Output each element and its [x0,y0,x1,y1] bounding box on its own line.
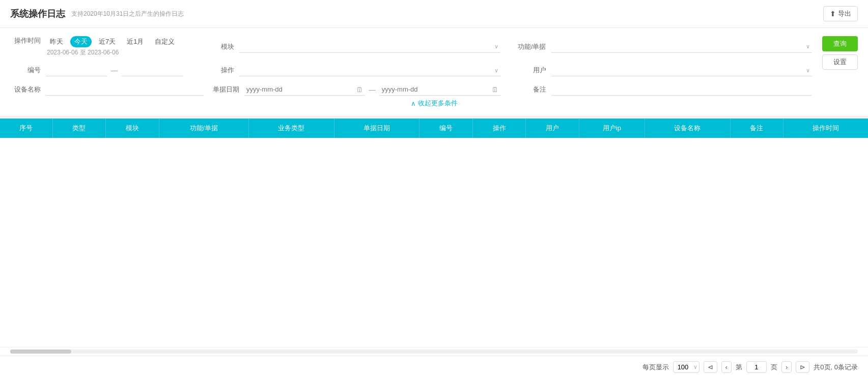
pagination-bar: 每页显示 100 50 200 500 ∨ ⊲ ‹ 第 页 › ⊳ 共0页, 0… [0,356,868,378]
prev-page-button[interactable]: ‹ [721,361,732,373]
date-from-input[interactable] [244,83,365,96]
col-optime: 操作时间 [783,119,868,138]
col-operation: 操作 [472,119,525,138]
calendar-to-icon[interactable]: 🗓 [492,86,498,94]
function-select[interactable] [551,41,813,53]
col-type: 类型 [52,119,105,138]
page-title: 系统操作日志 [10,8,65,20]
device-input[interactable] [46,83,204,96]
first-page-button[interactable]: ⊲ [704,361,717,373]
remark-label: 备注 [516,85,551,94]
col-device: 设备名称 [645,119,730,138]
export-icon: ⬆ [830,10,836,18]
page-header: 系统操作日志 支持2020年10月31日之后产生的操作日志 ⬆ 导出 [0,0,868,28]
time-btn-7days[interactable]: 近7天 [95,36,120,47]
operation-select-wrapper: ∨ [239,64,500,76]
page-number-input[interactable] [746,361,767,373]
export-label: 导出 [838,9,851,18]
module-select[interactable] [239,41,500,53]
page-size-label: 每页显示 [642,363,669,372]
module-label: 模块 [204,42,239,51]
function-label: 功能/单据 [516,42,551,51]
col-seq: 序号 [0,119,52,138]
col-billdate: 单据日期 [334,119,419,138]
action-buttons: 查询 设置 [822,36,858,70]
no-label: 编号 [10,66,46,75]
page-subtitle: 支持2020年10月31日之后产生的操作日志 [71,10,184,18]
no-from-input[interactable] [46,64,107,76]
data-table: 序号 类型 模块 功能/单据 业务类型 单据日期 编号 操作 用户 用户ip 设… [0,119,868,138]
time-label: 操作时间 [10,36,46,45]
remark-input[interactable] [551,83,813,96]
user-label: 用户 [516,66,551,75]
bill-date-label: 单据日期 [204,85,244,94]
time-btn-custom[interactable]: 自定义 [151,36,179,47]
scrollbar-area [0,347,868,356]
operation-select[interactable] [239,64,500,76]
collapse-button[interactable]: ∧ 收起更多条件 [411,99,458,108]
settings-button[interactable]: 设置 [822,54,858,70]
user-select-wrapper: ∨ [551,64,813,76]
export-button[interactable]: ⬆ 导出 [823,6,858,21]
no-dash: — [107,67,122,74]
date-to-wrapper: 🗓 [380,83,500,96]
date-dash: — [365,86,380,94]
col-no: 编号 [419,119,472,138]
col-remark: 备注 [730,119,783,138]
module-select-wrapper: ∨ [239,41,500,53]
last-page-button[interactable]: ⊳ [796,361,809,373]
page-size-select[interactable]: 100 50 200 500 [673,361,699,373]
col-biztype: 业务类型 [249,119,334,138]
collapse-row: ∧ 收起更多条件 [10,96,858,108]
empty-area [0,138,868,301]
calendar-from-icon[interactable]: 🗓 [356,86,363,94]
time-buttons: 昨天 今天 近7天 近1月 自定义 [46,36,179,47]
filter-row-3: 设备名称 单据日期 🗓 — 🗓 [10,83,812,96]
filter-row-2: 编号 — 操作 ∨ [10,64,812,76]
filter-area: 操作时间 昨天 今天 近7天 近1月 自定义 2023-06-06 至 2023… [0,28,868,117]
col-function: 功能/单据 [159,119,248,138]
pagination-summary: 共0页, 0条记录 [814,363,858,372]
time-btn-1month[interactable]: 近1月 [123,36,148,47]
next-page-button[interactable]: › [781,361,792,373]
device-label: 设备名称 [10,85,46,94]
scrollbar-track [10,350,858,354]
operation-label: 操作 [204,66,239,75]
user-select[interactable] [551,64,813,76]
page-end-label: 页 [771,363,777,372]
collapse-icon: ∧ [411,100,416,107]
collapse-label: 收起更多条件 [418,99,458,108]
no-to-input[interactable] [122,64,183,76]
date-from-wrapper: 🗓 [244,83,365,96]
page-label: 第 [736,363,742,372]
date-to-input[interactable] [380,83,500,96]
col-module: 模块 [106,119,159,138]
table-section: 序号 类型 模块 功能/单据 业务类型 单据日期 编号 操作 用户 用户ip 设… [0,119,868,347]
table-header: 序号 类型 模块 功能/单据 业务类型 单据日期 编号 操作 用户 用户ip 设… [0,119,868,138]
col-userip: 用户ip [579,119,645,138]
time-range-text: 2023-06-06 至 2023-06-06 [46,48,179,57]
page-size-wrapper: 100 50 200 500 ∨ [673,361,699,373]
scrollbar-thumb[interactable] [10,350,71,354]
filter-row-1: 操作时间 昨天 今天 近7天 近1月 自定义 2023-06-06 至 2023… [10,36,812,57]
time-btn-yesterday[interactable]: 昨天 [46,36,67,47]
function-select-wrapper: ∨ [551,41,813,53]
time-btn-today[interactable]: 今天 [70,36,92,47]
col-user: 用户 [526,119,579,138]
query-button[interactable]: 查询 [822,36,858,51]
title-area: 系统操作日志 支持2020年10月31日之后产生的操作日志 [10,8,184,20]
